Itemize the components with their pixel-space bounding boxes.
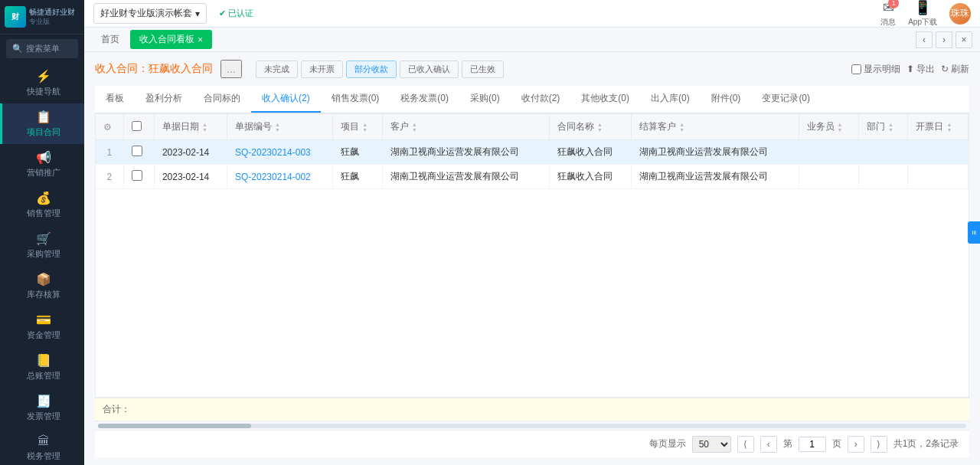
- sort-icon-result_customer[interactable]: ▲▼: [679, 122, 684, 133]
- tab-income-contract[interactable]: 收入合同看板 ×: [130, 30, 212, 49]
- row-number-link[interactable]: SQ-20230214-002: [235, 172, 311, 182]
- row-checkbox[interactable]: [132, 170, 142, 181]
- row-result-customer: 湖南卫视商业运营发展有限公司: [632, 165, 799, 189]
- sub-tab-其他收支[interactable]: 其他收支(0): [570, 86, 640, 113]
- sales-icon: 💰: [36, 191, 51, 205]
- contract-name: 狂飙收入合同: [149, 62, 213, 74]
- row-number: SQ-20230214-002: [227, 165, 333, 189]
- chevron-down-icon: ▾: [195, 8, 200, 19]
- col-header-number[interactable]: 单据编号▲▼: [227, 114, 333, 140]
- col-header-open_date[interactable]: 开票日▲▼: [908, 114, 969, 140]
- sidebar-item-inventory[interactable]: 📦库存核算: [0, 266, 84, 306]
- row-date: 2023-02-14: [154, 165, 227, 189]
- status-btn-已收入确认[interactable]: 已收入确认: [400, 61, 459, 78]
- search-menu-button[interactable]: 🔍 搜索菜单: [6, 39, 78, 58]
- sub-tab-收付款[interactable]: 收付款(2): [511, 86, 571, 113]
- sort-icon-department[interactable]: ▲▼: [888, 122, 893, 133]
- table-row[interactable]: 2 2023-02-14 SQ-20230214-002 狂飙 湖南卫视商业运营…: [96, 165, 969, 189]
- table-row[interactable]: 1 2023-02-14 SQ-20230214-003 狂飙 湖南卫视商业运营…: [96, 140, 969, 165]
- row-department: [858, 165, 908, 189]
- status-btn-未开票[interactable]: 未开票: [301, 61, 343, 78]
- col-header-check: [123, 114, 154, 140]
- row-num: 2: [96, 165, 123, 189]
- show-detail-checkbox[interactable]: 显示明细: [851, 63, 900, 76]
- sidebar-nav-list: 📋项目合同📢营销推广💰销售管理🛒采购管理📦库存核算💳资金管理📒总账管理🧾发票管理…: [0, 103, 84, 465]
- tab-home[interactable]: 首页: [92, 29, 129, 50]
- sub-tab-采购[interactable]: 采购(0): [459, 86, 511, 113]
- quick-nav-icon: ⚡: [36, 69, 51, 84]
- sidebar-item-sales[interactable]: 💰销售管理: [0, 185, 84, 225]
- sub-tab-销售发票[interactable]: 销售发票(0): [321, 86, 390, 113]
- horizontal-scrollbar[interactable]: [95, 421, 969, 430]
- sub-tab-看板[interactable]: 看板: [95, 86, 135, 113]
- sidebar-item-project[interactable]: 📋项目合同: [0, 103, 84, 144]
- col-header-contract_name[interactable]: 合同名称▲▼: [549, 114, 631, 140]
- sub-tab-附件[interactable]: 附件(0): [701, 86, 752, 113]
- sort-icon-contract_name[interactable]: ▲▼: [597, 122, 603, 133]
- sort-icon-number[interactable]: ▲▼: [275, 122, 280, 133]
- tab-prev-button[interactable]: ‹: [916, 31, 933, 48]
- more-button[interactable]: ...: [220, 60, 242, 78]
- right-panel-button[interactable]: ≡: [968, 221, 980, 244]
- row-checkbox[interactable]: [132, 146, 142, 156]
- sort-icon-project[interactable]: ▲▼: [362, 122, 368, 133]
- first-page-button[interactable]: ⟨: [737, 436, 754, 453]
- row-contract-name: 狂飙收入合同: [549, 165, 631, 189]
- marketing-icon: 📢: [36, 150, 51, 165]
- status-btn-未完成[interactable]: 未完成: [256, 61, 298, 78]
- user-avatar[interactable]: 珠珠: [949, 3, 971, 25]
- col-header-date[interactable]: 单据日期▲▼: [154, 114, 227, 140]
- tab-close-icon[interactable]: ×: [198, 34, 203, 45]
- sub-tab-税务发票[interactable]: 税务发票(0): [390, 86, 459, 113]
- row-number-link[interactable]: SQ-20230214-003: [235, 147, 311, 158]
- sidebar-item-tax[interactable]: 🏛税务管理: [0, 428, 84, 465]
- sidebar-item-marketing[interactable]: 📢营销推广: [0, 144, 84, 185]
- logo-text: 畅捷通好业财: [29, 8, 75, 17]
- message-button[interactable]: ✉ 1 消息: [880, 0, 896, 28]
- sidebar-item-quick-nav[interactable]: ⚡ 快捷导航: [0, 63, 84, 103]
- message-badge: 1: [888, 0, 899, 8]
- contract-header: 收入合同：狂飙收入合同 ... 未完成未开票部分收款已收入确认已生效 显示明细 …: [95, 60, 969, 78]
- sidebar-item-invoice[interactable]: 🧾发票管理: [0, 388, 84, 428]
- sort-icon-open_date[interactable]: ▲▼: [946, 122, 952, 133]
- tab-navigation: ‹ › ×: [916, 31, 972, 48]
- row-salesperson: [799, 165, 858, 189]
- logo-icon: 财: [5, 6, 26, 28]
- status-btn-已生效[interactable]: 已生效: [462, 61, 504, 78]
- prev-page-button[interactable]: ‹: [760, 436, 777, 453]
- row-open-date: [908, 165, 969, 189]
- select-all-checkbox[interactable]: [132, 121, 142, 131]
- col-header-department[interactable]: 部门▲▼: [858, 114, 908, 140]
- sidebar-item-capital[interactable]: 💳资金管理: [0, 306, 84, 347]
- next-page-button[interactable]: ›: [848, 436, 864, 453]
- status-btn-部分收款[interactable]: 部分收款: [346, 61, 397, 78]
- settings-icon[interactable]: ⚙: [103, 122, 112, 133]
- project-icon: 📋: [36, 110, 51, 124]
- sort-icon-date[interactable]: ▲▼: [202, 122, 207, 133]
- page-label: 第: [783, 437, 792, 450]
- refresh-button[interactable]: ↻ 刷新: [941, 63, 969, 76]
- sidebar-item-purchase[interactable]: 🛒采购管理: [0, 225, 84, 266]
- page-input[interactable]: [799, 437, 826, 452]
- tab-next-button[interactable]: ›: [936, 31, 952, 48]
- sub-tab-合同标的[interactable]: 合同标的: [193, 86, 251, 113]
- sort-icon-customer[interactable]: ▲▼: [412, 122, 417, 133]
- sub-tab-盈利分析[interactable]: 盈利分析: [135, 86, 193, 113]
- export-button[interactable]: ⬆ 导出: [906, 63, 935, 76]
- company-selector[interactable]: 好业财专业版演示帐套 ▾: [93, 3, 207, 24]
- sub-tab-收入确认[interactable]: 收入确认(2): [251, 86, 321, 113]
- per-page-select[interactable]: 50 20 100: [692, 436, 731, 453]
- tab-close-button[interactable]: ×: [956, 31, 972, 48]
- last-page-button[interactable]: ⟩: [871, 436, 887, 453]
- sub-tab-变更记录[interactable]: 变更记录(0): [751, 86, 821, 113]
- sidebar-item-general[interactable]: 📒总账管理: [0, 347, 84, 388]
- app-download-button[interactable]: 📱 App下载: [908, 0, 937, 28]
- col-header-project[interactable]: 项目▲▼: [333, 114, 383, 140]
- col-header-salesperson[interactable]: 业务员▲▼: [799, 114, 858, 140]
- sub-tab-出入库[interactable]: 出入库(0): [640, 86, 701, 113]
- sidebar-search-area: 🔍 搜索菜单: [0, 34, 84, 63]
- sort-icon-salesperson[interactable]: ▲▼: [838, 122, 843, 133]
- col-header-result_customer[interactable]: 结算客户▲▼: [632, 114, 799, 140]
- tab-bar: 首页 收入合同看板 × ‹ › ×: [84, 28, 980, 52]
- col-header-customer[interactable]: 客户▲▼: [382, 114, 549, 140]
